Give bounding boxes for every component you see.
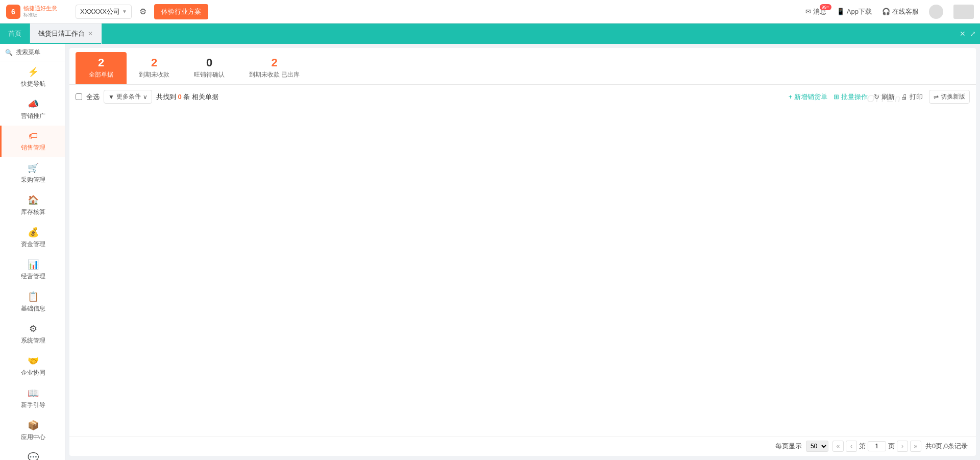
filter-label: 更多条件 xyxy=(116,92,141,101)
sidebar-item-enterprise-label: 企业协同 xyxy=(21,369,45,377)
sidebar-item-quicknav[interactable]: ⚡ 快捷导航 xyxy=(0,61,65,93)
logo-area: 6 畅捷通好生意 标准版 xyxy=(6,5,71,19)
table-area xyxy=(69,109,976,436)
stat-label-overdue: 到期未收款 xyxy=(139,70,169,79)
sidebar-item-operation-label: 经营管理 xyxy=(21,272,45,281)
batch-label: 批量操作 xyxy=(841,92,868,102)
select-all-label: 全选 xyxy=(86,92,100,102)
page-nav: « ‹ 第 页 › » xyxy=(832,441,921,452)
first-page-button[interactable]: « xyxy=(832,441,844,452)
company-selector[interactable]: XXXXXX公司 ▼ xyxy=(76,5,132,19)
app-download-button[interactable]: 📱 App下载 xyxy=(837,7,872,16)
prev-page-button[interactable]: ‹ xyxy=(846,441,857,452)
found-text: 共找到 0 条 相关单据 xyxy=(156,92,218,102)
print-button[interactable]: 🖨 打印 xyxy=(901,92,923,102)
stat-tab-overdue-shipped[interactable]: 2 到期未收款 已出库 xyxy=(237,52,312,84)
stat-label-overdue-shipped: 到期未收款 已出库 xyxy=(249,70,300,79)
logo-title: 畅捷通好生意 xyxy=(23,5,57,12)
refresh-icon: ↻ xyxy=(874,93,879,101)
company-name: XXXXXX公司 xyxy=(80,7,120,16)
toolbar-right: + 新增销货单 ⊞ 批量操作 ↻ 刷新 🖨 打印 ⇌ xyxy=(789,90,970,104)
expand-icon[interactable]: ⤢ xyxy=(970,30,976,38)
page-number-input[interactable] xyxy=(868,441,886,451)
message-button[interactable]: ✉ 消息 99+ xyxy=(805,7,826,16)
next-page-button[interactable]: › xyxy=(897,441,908,452)
select-all-checkbox[interactable] xyxy=(76,93,82,100)
sidebar-item-finance[interactable]: 💰 资金管理 xyxy=(0,222,65,254)
print-icon: 🖨 xyxy=(901,93,908,101)
switch-version-button[interactable]: ⇌ 切换新版 xyxy=(929,90,970,104)
online-service-label: 在线客服 xyxy=(892,7,919,16)
enterprise-icon: 🤝 xyxy=(28,355,39,367)
sidebar: 🔍 搜索菜单 ⚡ 快捷导航 📣 营销推广 🏷 销售管理 🛒 采购管理 🏠 库存核… xyxy=(0,44,65,460)
found-suffix: 相关单据 xyxy=(192,93,218,101)
stats-tabs: 2 全部单据 2 到期未收款 0 旺铺待确认 2 到期未收款 已出库 xyxy=(69,48,976,85)
filter-button[interactable]: ▼ 更多条件 ∨ xyxy=(104,90,152,104)
per-page-select[interactable]: 50 xyxy=(806,441,828,452)
main-content: 2 全部单据 2 到期未收款 0 旺铺待确认 2 到期未收款 已出库 xyxy=(65,44,980,460)
online-service-button[interactable]: 🎧 在线客服 xyxy=(882,7,919,16)
sidebar-item-basic-label: 基础信息 xyxy=(21,304,45,313)
sidebar-item-marketing[interactable]: 📣 营销推广 xyxy=(0,93,65,126)
stat-num-wangpu: 0 xyxy=(206,56,212,69)
search-icon: 🔍 xyxy=(5,49,13,56)
sidebar-item-wechat[interactable]: 💬 企业微信 xyxy=(0,447,65,460)
tab-bar: 首页 钱货日清工作台 ✕ ✕ ⤢ xyxy=(0,23,980,44)
sidebar-item-inventory[interactable]: 🏠 库存核算 xyxy=(0,189,65,222)
search-menu-item[interactable]: 🔍 搜索菜单 xyxy=(0,44,65,61)
new-sale-button[interactable]: + 新增销货单 xyxy=(789,92,827,102)
sidebar-item-basic[interactable]: 📋 基础信息 xyxy=(0,286,65,318)
found-prefix: 共找到 xyxy=(156,93,176,101)
finance-icon: 💰 xyxy=(28,227,39,238)
search-menu-label: 搜索菜单 xyxy=(16,48,40,57)
refresh-button[interactable]: ↻ 刷新 xyxy=(874,92,895,102)
wechat-icon: 💬 xyxy=(28,452,39,460)
stat-tab-all[interactable]: 2 全部单据 xyxy=(76,52,127,84)
sidebar-item-guide[interactable]: 📖 新手引导 xyxy=(0,382,65,415)
sidebar-item-system[interactable]: ⚙ 系统管理 xyxy=(0,318,65,350)
chevron-down-icon: ▼ xyxy=(122,9,127,14)
user-name-area[interactable] xyxy=(953,5,974,19)
switch-label: 切换新版 xyxy=(941,92,965,101)
toolbar: 全选 ▼ 更多条件 ∨ 共找到 0 条 相关单据 + 新增销货单 ⊞ 批 xyxy=(69,85,976,109)
sidebar-item-finance-label: 资金管理 xyxy=(21,240,45,249)
stat-label-wangpu: 旺铺待确认 xyxy=(194,70,225,79)
sidebar-item-purchase-label: 采购管理 xyxy=(21,176,45,184)
content-area: 2 全部单据 2 到期未收款 0 旺铺待确认 2 到期未收款 已出库 xyxy=(69,48,976,456)
batch-op-button[interactable]: ⊞ 批量操作 xyxy=(834,92,868,102)
appcenter-icon: 📦 xyxy=(28,420,39,431)
marketing-icon: 📣 xyxy=(28,99,39,110)
sidebar-item-enterprise[interactable]: 🤝 企业协同 xyxy=(0,350,65,382)
tab-close-icon[interactable]: ✕ xyxy=(88,30,93,37)
stat-tab-overdue[interactable]: 2 到期未收款 xyxy=(127,52,182,84)
quicknav-icon: ⚡ xyxy=(28,66,39,78)
system-icon: ⚙ xyxy=(29,323,37,334)
message-badge: 99+ xyxy=(820,4,831,10)
logo-sub: 标准版 xyxy=(23,12,57,18)
message-icon: ✉ xyxy=(805,8,811,15)
sidebar-item-purchase[interactable]: 🛒 采购管理 xyxy=(0,157,65,189)
found-count: 0 xyxy=(178,93,182,101)
switch-icon: ⇌ xyxy=(934,93,939,101)
tab-workbench[interactable]: 钱货日清工作台 ✕ xyxy=(30,23,102,44)
tab-home-label: 首页 xyxy=(8,29,21,38)
tab-controls: ✕ ⤢ xyxy=(960,30,980,38)
tab-home[interactable]: 首页 xyxy=(0,23,30,44)
gear-button[interactable]: ⚙ xyxy=(136,5,150,19)
sidebar-item-sales[interactable]: 🏷 销售管理 xyxy=(0,126,65,157)
stat-tab-wangpu[interactable]: 0 旺铺待确认 xyxy=(182,52,237,84)
stat-num-overdue-shipped: 2 xyxy=(272,56,278,69)
filter-arrow-icon: ∨ xyxy=(143,93,148,101)
service-icon: 🎧 xyxy=(882,8,890,15)
last-page-button[interactable]: » xyxy=(910,441,921,452)
sidebar-item-appcenter-label: 应用中心 xyxy=(21,433,45,442)
guide-icon: 📖 xyxy=(28,388,39,399)
try-button[interactable]: 体验行业方案 xyxy=(154,4,208,19)
sidebar-item-marketing-label: 营销推广 xyxy=(21,112,45,120)
page-suffix-label: 页 xyxy=(888,442,895,451)
avatar[interactable] xyxy=(929,5,943,19)
close-window-icon[interactable]: ✕ xyxy=(960,30,966,38)
sidebar-item-appcenter[interactable]: 📦 应用中心 xyxy=(0,415,65,447)
sidebar-item-operation[interactable]: 📊 经营管理 xyxy=(0,254,65,286)
logo-icon: 6 xyxy=(6,5,20,19)
